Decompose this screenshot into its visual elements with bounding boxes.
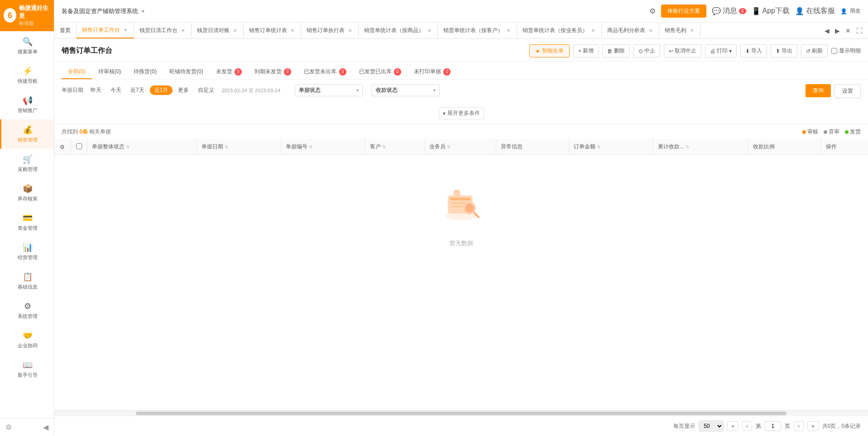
- th-salesman-label: 业务员: [429, 143, 446, 151]
- next-page-btn[interactable]: ›: [794, 421, 804, 431]
- query-button[interactable]: 查询: [806, 84, 831, 97]
- sub-tab-shipped-out[interactable]: 已发货已出库 0: [353, 65, 408, 79]
- prev-page-btn[interactable]: ‹: [742, 421, 752, 431]
- th-salesman[interactable]: 业务员 ⇅: [424, 139, 496, 155]
- sidebar-item-purchase[interactable]: 🛒 采购管理: [0, 149, 54, 178]
- tab-goods-stats-customer[interactable]: 销货单统计表（按客户） ✕: [438, 23, 517, 38]
- tab-goods-salesman-close-icon[interactable]: ✕: [590, 28, 596, 33]
- tab-goods-product-close-icon[interactable]: ✕: [427, 28, 432, 33]
- app-download-btn[interactable]: 📱 App下载: [752, 6, 790, 16]
- print-button[interactable]: 🖨 打印 ▾: [705, 44, 737, 57]
- collapse-icon[interactable]: ◀: [43, 423, 48, 431]
- sub-tab-pending-review[interactable]: 待审核(0): [92, 65, 128, 79]
- tab-margin-analysis[interactable]: 商品毛利分析表 ✕: [602, 23, 659, 38]
- date-btn-more[interactable]: 更多: [174, 85, 192, 95]
- refresh-button[interactable]: ↺ 刷新: [801, 44, 828, 57]
- tab-sales-margin[interactable]: 销售毛利 ✕: [659, 23, 700, 38]
- import-button[interactable]: ⬇ 导入: [740, 44, 767, 57]
- sidebar-item-enterprise[interactable]: 🤝 企业协同: [0, 325, 54, 355]
- tab-reconcile[interactable]: 钱货日清对账 ✕: [192, 23, 244, 38]
- message-btn[interactable]: 💬 消息 6: [712, 6, 746, 16]
- sidebar-item-base[interactable]: 📋 基础信息: [0, 266, 54, 296]
- tab-sales-workbench[interactable]: 销售订单工作台 ✕: [77, 23, 134, 38]
- smart-create-button[interactable]: ★ 智能生单: [529, 44, 570, 57]
- sub-tab-shop-pending[interactable]: 旺铺待发货(0): [163, 65, 210, 79]
- sub-tab-unshipped[interactable]: 未发货 0: [210, 65, 248, 79]
- date-btn-custom[interactable]: 自定义: [194, 85, 218, 95]
- tab-home[interactable]: 首页: [54, 23, 77, 38]
- audit-action[interactable]: 审核: [802, 128, 818, 136]
- date-btn-7days[interactable]: 近7天: [127, 85, 148, 95]
- sub-tab-shipped-not-out[interactable]: 已发货未出库 0: [297, 65, 352, 79]
- date-btn-1month[interactable]: 近1月: [150, 85, 173, 95]
- tab-reconcile-close-icon[interactable]: ✕: [232, 28, 238, 33]
- th-amount[interactable]: 订单金额 ⇅: [569, 139, 653, 155]
- tab-margin-close-icon[interactable]: ✕: [648, 28, 653, 33]
- payment-filter-select[interactable]: 收款状态 ▾: [372, 84, 440, 96]
- tab-goods-customer-close-icon[interactable]: ✕: [506, 28, 511, 33]
- tab-sales-exec[interactable]: 销售订单执行表 ✕: [301, 23, 359, 38]
- sub-tab-unprinted[interactable]: 未打印单据 0: [408, 65, 457, 79]
- sub-tab-pending-pick[interactable]: 待拣货(0): [127, 65, 163, 79]
- add-button[interactable]: + 新增: [573, 44, 599, 57]
- last-page-btn[interactable]: »: [807, 421, 819, 431]
- set-button[interactable]: 设置: [834, 84, 861, 98]
- th-number[interactable]: 单据编号 ⇅: [281, 139, 365, 155]
- sidebar-item-system[interactable]: ⚙ 系统管理: [0, 296, 54, 325]
- date-btn-today[interactable]: 今天: [107, 85, 125, 95]
- page-number-input[interactable]: [765, 421, 781, 431]
- settings-icon[interactable]: ⚙: [5, 423, 12, 431]
- sidebar-item-search[interactable]: 🔍 搜索菜单: [0, 31, 54, 61]
- topbar-gear-icon[interactable]: ⚙: [649, 7, 656, 15]
- date-btn-yesterday[interactable]: 昨天: [87, 85, 105, 95]
- th-customer[interactable]: 客户 ⇅: [365, 139, 424, 155]
- sidebar-item-quicknav[interactable]: ⚡ 快捷导航: [0, 61, 54, 90]
- sidebar-item-inventory[interactable]: 📦 库存核算: [0, 178, 54, 208]
- settings-column-header[interactable]: ⚙: [54, 139, 71, 155]
- sidebar-item-newbie[interactable]: 📖 新手引导: [0, 355, 54, 384]
- stop-button[interactable]: ⊙ 中止: [633, 44, 660, 57]
- sub-tab-all[interactable]: 全部(0): [62, 65, 92, 79]
- horizontal-scroll-bar[interactable]: [54, 410, 868, 416]
- sidebar-item-sales[interactable]: 💰 销售管理: [0, 119, 54, 149]
- checkbox-column-header[interactable]: [71, 139, 87, 155]
- tab-goods-stats-product[interactable]: 销货单统计表（按商品） ✕: [359, 23, 438, 38]
- cancel-stop-button[interactable]: ↩ 取消中止: [664, 44, 701, 57]
- sub-tab-overdue-unshipped[interactable]: 到期未发货 0: [248, 65, 297, 79]
- table-scroll-container[interactable]: ⚙ 单据整体状态 ⇅: [54, 139, 868, 410]
- first-page-btn[interactable]: «: [727, 421, 739, 431]
- expand-filter-button[interactable]: ▾ 展开更多条件: [439, 107, 484, 119]
- sidebar-item-finance[interactable]: 💳 资金管理: [0, 208, 54, 237]
- export-button[interactable]: ⬆ 导出: [771, 44, 797, 57]
- user-menu[interactable]: 👤 用友: [840, 7, 861, 15]
- tab-goods-stats-salesman[interactable]: 销货单统计表（按业务员） ✕: [517, 23, 602, 38]
- cancel-action[interactable]: 弃审: [824, 128, 839, 136]
- tabs-close-btn[interactable]: ✕: [844, 25, 853, 36]
- tab-cashflow-close-icon[interactable]: ✕: [180, 28, 186, 33]
- status-filter-select[interactable]: 单据状态 ▾: [295, 84, 363, 96]
- select-all-checkbox[interactable]: [76, 143, 82, 149]
- tab-sales-margin-close-icon[interactable]: ✕: [689, 28, 695, 33]
- sidebar-item-operations[interactable]: 📊 经营管理: [0, 237, 54, 266]
- show-detail-checkbox[interactable]: [831, 48, 837, 54]
- tab-sales-exec-close-icon[interactable]: ✕: [347, 28, 353, 33]
- dropdown-arrow-icon[interactable]: ▾: [142, 8, 144, 14]
- delete-button[interactable]: 🗑 删除: [602, 44, 630, 57]
- th-status[interactable]: 单据整体状态 ⇅: [87, 139, 197, 155]
- tabs-next-btn[interactable]: ▶: [833, 25, 842, 36]
- show-detail-toggle[interactable]: 显示明细: [831, 47, 861, 55]
- tab-sales-close-icon[interactable]: ✕: [123, 27, 128, 33]
- sidebar-item-marketing[interactable]: 📢 营销推广: [0, 90, 54, 119]
- tab-cashflow[interactable]: 钱货日清工作台 ✕: [134, 23, 192, 38]
- tabs-fullscreen-btn[interactable]: ⛶: [854, 25, 864, 36]
- tab-sales-stats-close-icon[interactable]: ✕: [290, 28, 295, 33]
- tabs-prev-btn[interactable]: ◀: [823, 25, 831, 36]
- page-size-select[interactable]: 20 50 100: [699, 421, 724, 431]
- ship-action[interactable]: 发货: [845, 128, 861, 136]
- tab-sales-stats[interactable]: 销售订单统计表 ✕: [244, 23, 301, 38]
- th-date[interactable]: 单据日期 ⇅: [197, 139, 281, 155]
- online-service-btn[interactable]: 👤 在线客服: [795, 6, 835, 16]
- th-accumulated[interactable]: 累计收款... ⇅: [653, 139, 748, 155]
- th-ratio: 收款比例: [748, 139, 821, 155]
- industry-solution-button[interactable]: 体验行业方案: [661, 5, 706, 18]
